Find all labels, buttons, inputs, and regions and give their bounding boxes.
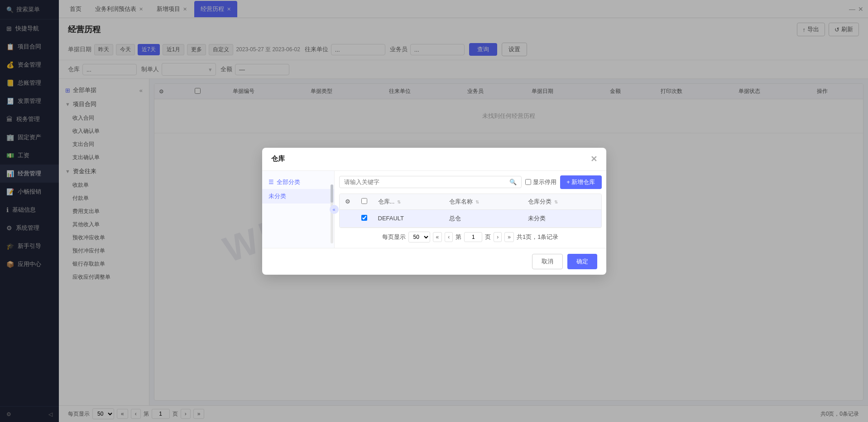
col-category-label: 仓库分类 bbox=[528, 198, 551, 205]
sort-icon: ⇅ bbox=[397, 199, 401, 204]
modal-col-checkbox bbox=[356, 194, 373, 210]
sort-icon: ⇅ bbox=[475, 199, 479, 204]
modal-search-input[interactable] bbox=[344, 179, 507, 185]
modal-page-suffix: 页 bbox=[485, 233, 491, 241]
modal-col-config: ⚙ bbox=[340, 194, 356, 210]
modal-per-page-select[interactable]: 50 bbox=[408, 232, 430, 243]
modal-footer: 取消 确定 bbox=[262, 248, 606, 275]
modal-col-code[interactable]: 仓库... ⇅ bbox=[373, 194, 444, 210]
row-checkbox bbox=[356, 209, 373, 227]
modal-search-box[interactable]: 🔍 bbox=[339, 176, 522, 188]
modal-table: ⚙ 仓库... ⇅ 仓库名称 ⇅ bbox=[340, 194, 601, 228]
modal-left-item-unclassified[interactable]: 未分类 bbox=[262, 189, 334, 204]
modal-search-icon[interactable]: 🔍 bbox=[509, 179, 517, 185]
modal-body: ☰ 全部分类 未分类 « 🔍 bbox=[262, 171, 606, 248]
list-icon: ☰ bbox=[269, 179, 274, 185]
modal-header: 仓库 ✕ bbox=[262, 148, 606, 171]
modal-close-button[interactable]: ✕ bbox=[590, 154, 597, 164]
modal-total-text: 共1页，1条记录 bbox=[517, 233, 558, 241]
modal-toolbar: 🔍 显示停用 + 新增仓库 bbox=[339, 175, 602, 189]
row-category: 未分类 bbox=[523, 209, 601, 227]
row-config bbox=[340, 209, 356, 227]
warehouse-modal: 仓库 ✕ ☰ 全部分类 未分类 « bbox=[262, 148, 606, 275]
modal-left-scrollbar[interactable] bbox=[331, 184, 333, 243]
modal-left-scrollbar-thumb bbox=[331, 184, 333, 203]
modal-left-panel: ☰ 全部分类 未分类 « bbox=[262, 171, 335, 248]
modal-left-item-label: 未分类 bbox=[269, 193, 286, 199]
modal-per-page-label: 每页显示 bbox=[382, 233, 406, 241]
modal-col-name[interactable]: 仓库名称 ⇅ bbox=[444, 194, 523, 210]
confirm-button[interactable]: 确定 bbox=[567, 254, 597, 269]
modal-right-panel: 🔍 显示停用 + 新增仓库 ⚙ bbox=[335, 171, 606, 248]
modal-last-page-btn[interactable]: » bbox=[504, 232, 514, 242]
modal-prev-page-btn[interactable]: ‹ bbox=[445, 232, 453, 242]
modal-table-container: ⚙ 仓库... ⇅ 仓库名称 ⇅ bbox=[339, 194, 602, 228]
config-icon[interactable]: ⚙ bbox=[345, 198, 350, 205]
cancel-button[interactable]: 取消 bbox=[532, 254, 563, 269]
modal-page-label: 第 bbox=[456, 233, 461, 241]
row-checkbox-input[interactable] bbox=[361, 215, 367, 221]
show-disabled-text: 显示停用 bbox=[533, 178, 556, 186]
modal-next-page-btn[interactable]: › bbox=[494, 232, 502, 242]
modal-title: 仓库 bbox=[271, 155, 285, 163]
modal-page-input[interactable] bbox=[464, 232, 482, 242]
sort-icon: ⇅ bbox=[554, 199, 558, 204]
add-warehouse-button[interactable]: + 新增仓库 bbox=[560, 175, 601, 189]
modal-table-row[interactable]: DEFAULT 总仓 未分类 bbox=[340, 209, 601, 227]
show-disabled-checkbox[interactable] bbox=[525, 179, 531, 185]
modal-col-category[interactable]: 仓库分类 ⇅ bbox=[523, 194, 601, 210]
col-code-label: 仓库... bbox=[378, 198, 395, 205]
row-name: 总仓 bbox=[444, 209, 523, 227]
modal-collapse-button[interactable]: « bbox=[330, 205, 339, 214]
modal-overlay: 仓库 ✕ ☰ 全部分类 未分类 « bbox=[0, 0, 868, 422]
row-code: DEFAULT bbox=[373, 209, 444, 227]
modal-pagination: 每页显示 50 « ‹ 第 页 › » 共1页，1条记录 bbox=[339, 228, 602, 243]
show-disabled-label[interactable]: 显示停用 bbox=[525, 178, 556, 186]
col-name-label: 仓库名称 bbox=[449, 198, 473, 205]
modal-select-all-checkbox[interactable] bbox=[361, 198, 367, 204]
modal-left-header: ☰ 全部分类 bbox=[262, 175, 334, 189]
modal-first-page-btn[interactable]: « bbox=[433, 232, 442, 242]
modal-left-all-label[interactable]: 全部分类 bbox=[277, 178, 300, 186]
